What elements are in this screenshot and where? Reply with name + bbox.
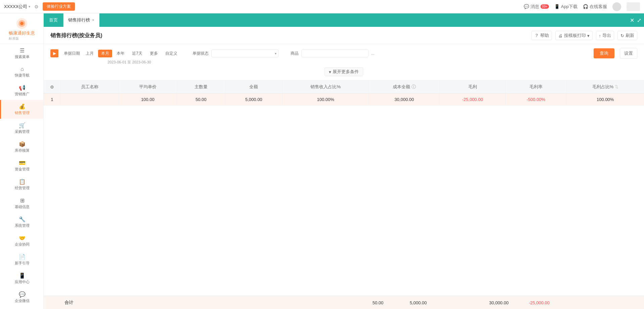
- sidebar-item-label: 库存核算: [15, 148, 30, 153]
- app-download-label: App下载: [561, 4, 577, 10]
- sidebar-item-basic[interactable]: ⊞ 基础信息: [0, 194, 43, 213]
- date-filter: 单据日期 上月 本月 本年 近7天 更多 自定义: [64, 50, 180, 57]
- filter-area: ▶ 单据日期 上月 本月 本年 近7天 更多 自定义: [44, 44, 644, 81]
- date-tabs: 上月 本月 本年 近7天 更多 自定义: [83, 50, 180, 57]
- sales-ranking-table: ⚙ 员工名称 平均单价 主数量 全额 销售收入占比% 成本全额 ⓘ 毛利 毛利率: [44, 81, 644, 106]
- more-filter-btn[interactable]: ...: [371, 51, 375, 56]
- th-sales-pct: 销售收入占比%: [282, 81, 369, 94]
- sidebar-item-operation[interactable]: 📋 经营管理: [0, 175, 43, 194]
- gross-pct-sort-icon[interactable]: ⇅: [615, 84, 618, 89]
- tab-close-icon[interactable]: ×: [92, 18, 94, 22]
- finance-icon: 💳: [19, 160, 26, 166]
- date-range-display: 2023-06-01 至 2023-06-30: [50, 59, 637, 65]
- date-tab-this-month[interactable]: 本月: [98, 50, 112, 57]
- sidebar-item-label: 应用中心: [15, 279, 30, 285]
- sidebar-item-finance[interactable]: 💳 资金管理: [0, 156, 43, 175]
- sidebar-item-apps[interactable]: 📱 应用中心: [0, 269, 43, 288]
- home-icon: ⌂: [20, 66, 24, 72]
- print-btn[interactable]: 🖨 按模板打印 ▾: [555, 31, 593, 40]
- print-icon: 🖨: [558, 33, 563, 38]
- message-btn[interactable]: 💬 消息 99+: [524, 4, 549, 10]
- app-download-btn[interactable]: 📱 App下载: [554, 4, 577, 10]
- footer-cost: 30,000.00: [479, 300, 519, 305]
- export-icon: ↑: [599, 33, 601, 38]
- sidebar-item-system[interactable]: 🔧 系统管理: [0, 213, 43, 231]
- content-area: 首页 销售排行榜 × ✕ ⤢ 销售排行榜(按业务员) ？ 帮助: [44, 13, 644, 309]
- sidebar-item-enterprise[interactable]: 🤝 企业协同: [0, 231, 43, 250]
- company-selector[interactable]: XXXXX公司 ▾: [4, 4, 30, 10]
- marketing-icon: 📢: [19, 85, 26, 91]
- tab-bar: 首页 销售排行榜 × ✕ ⤢: [44, 13, 644, 27]
- data-table-wrapper: ⚙ 员工名称 平均单价 主数量 全额 销售收入占比% 成本全额 ⓘ 毛利 毛利率: [44, 81, 644, 296]
- sidebar-item-purchase[interactable]: 🛒 采购管理: [0, 119, 43, 138]
- tab-sales-ranking[interactable]: 销售排行榜 ×: [63, 13, 99, 27]
- date-range-text: 2023-06-01 至 2023-06-30: [108, 60, 151, 64]
- status-select[interactable]: [211, 49, 278, 57]
- top-right-actions: 💬 消息 99+ 📱 App下载 🎧 在线客服: [524, 2, 640, 11]
- gear-icon[interactable]: ⚙: [34, 4, 39, 9]
- cell-cost: 30,000.00: [369, 94, 440, 106]
- sidebar-item-label: 搜索菜单: [15, 54, 30, 59]
- th-amount: 全额: [225, 81, 282, 94]
- trial-button[interactable]: 体验行业方案: [43, 2, 75, 11]
- help-btn[interactable]: ？ 帮助: [531, 31, 552, 40]
- status-select-wrapper[interactable]: [211, 49, 278, 57]
- settings-button[interactable]: 设置: [620, 48, 637, 59]
- th-name: 员工名称: [60, 81, 119, 94]
- online-service-btn[interactable]: 🎧 在线客服: [583, 4, 607, 10]
- page-actions: ？ 帮助 🖨 按模板打印 ▾ ↑ 导出 ↻ 刷新: [531, 31, 638, 40]
- basic-icon: ⊞: [20, 197, 25, 204]
- window-close-btn[interactable]: ✕: [630, 17, 634, 23]
- sidebar-item-label: 销售管理: [15, 110, 30, 115]
- th-gross-pct: 毛利占比% ⇅: [566, 81, 644, 94]
- sidebar-item-marketing[interactable]: 📢 营销推广: [0, 81, 43, 100]
- status-filter-label: 单据状态: [192, 51, 209, 56]
- cell-amount: 5,000.00: [225, 94, 282, 106]
- sidebar-item-search[interactable]: ☰ 搜索菜单: [0, 44, 43, 63]
- refresh-btn[interactable]: ↻ 刷新: [617, 31, 637, 40]
- goods-filter-label: 商品: [291, 51, 299, 56]
- date-tab-7days[interactable]: 近7天: [129, 50, 145, 57]
- message-badge: 99+: [541, 4, 549, 9]
- date-tab-last-month[interactable]: 上月: [83, 50, 97, 57]
- date-tab-this-year[interactable]: 本年: [114, 50, 128, 57]
- sidebar-item-guide[interactable]: 📄 新手引导: [0, 250, 43, 269]
- cell-gross-pct: 100.00%: [566, 94, 644, 106]
- username-area: [627, 2, 640, 11]
- guide-icon: 📄: [19, 254, 26, 260]
- export-btn[interactable]: ↑ 导出: [596, 31, 614, 40]
- goods-input[interactable]: [301, 49, 369, 57]
- th-cost: 成本全额 ⓘ: [369, 81, 440, 94]
- query-button[interactable]: 查询: [594, 48, 614, 58]
- help-label: 帮助: [540, 33, 549, 39]
- company-dropdown-arrow: ▾: [29, 5, 30, 8]
- expand-conditions-btn[interactable]: ▾ 展开更多条件: [325, 67, 363, 76]
- status-filter: 单据状态: [192, 49, 278, 57]
- sidebar-item-sales[interactable]: 💰 销售管理: [0, 100, 43, 119]
- window-maximize-btn[interactable]: ⤢: [637, 17, 641, 23]
- th-settings[interactable]: ⚙: [44, 81, 60, 94]
- footer-quantity: 50.00: [358, 300, 398, 305]
- message-label: 消息: [530, 4, 539, 10]
- sidebar-item-label: 快捷导航: [15, 73, 30, 78]
- cost-info-icon[interactable]: ⓘ: [412, 84, 416, 89]
- operation-icon: 📋: [19, 178, 26, 185]
- sidebar-item-inventory[interactable]: 📦 库存核算: [0, 138, 43, 156]
- refresh-label: 刷新: [626, 33, 634, 39]
- filter-toggle-btn[interactable]: ▶: [50, 49, 58, 57]
- avatar[interactable]: [612, 2, 621, 11]
- date-tab-custom[interactable]: 自定义: [162, 50, 180, 57]
- cell-name: [60, 94, 119, 106]
- tab-label: 销售排行榜: [68, 17, 90, 23]
- cell-avg-price: 100.00: [119, 94, 177, 106]
- sidebar-item-member[interactable]: ◇ 畅会员: [0, 307, 43, 309]
- sales-icon: 💰: [19, 103, 26, 110]
- sidebar-item-shortcut[interactable]: ⌂ 快捷导航: [0, 63, 43, 81]
- tab-home[interactable]: 首页: [44, 13, 63, 27]
- th-gross-rate: 毛利率: [506, 81, 566, 94]
- date-tab-more[interactable]: 更多: [147, 50, 161, 57]
- table-settings-icon: ⚙: [50, 85, 54, 90]
- apps-icon: 📱: [19, 272, 26, 279]
- table-row: 1 100.00 50.00 5,000.00 100.00% 30,000.0…: [44, 94, 644, 106]
- sidebar-item-wechat[interactable]: 💬 企业微信: [0, 288, 43, 307]
